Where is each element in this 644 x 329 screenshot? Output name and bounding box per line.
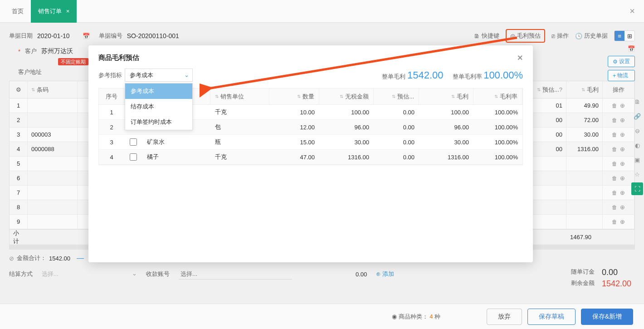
total-rate: 100.00% [483, 69, 523, 81]
mcol-unit[interactable]: 销售单位 [210, 88, 269, 104]
mcol-idx[interactable]: 序号 [99, 88, 124, 104]
mcol-est[interactable]: 预估... [374, 88, 419, 104]
profit-modal: 商品毛利预估 ✕ 参考指标 ⌃ 参考成本 结存成本 订单签约时成本 整单毛利 1… [88, 45, 533, 262]
modal-summary: 整单毛利 1542.00 整单毛利率 100.00% [382, 69, 523, 81]
row-checkbox[interactable] [130, 153, 137, 161]
mcol-rate[interactable]: 毛利率 [473, 88, 522, 104]
metric-option[interactable]: 参考成本 [125, 83, 192, 99]
mcol-profit[interactable]: 毛利 [419, 88, 473, 104]
metric-option[interactable]: 结存成本 [125, 99, 192, 114]
metric-dropdown: 参考成本 结存成本 订单签约时成本 [125, 83, 193, 130]
metric-label: 参考指标 [98, 71, 122, 79]
modal-title: 商品毛利预估 [98, 54, 139, 62]
chevron-up-icon: ⌃ [184, 71, 189, 78]
total-profit: 1542.00 [407, 69, 444, 81]
metric-select-input[interactable] [125, 69, 193, 82]
modal-close-icon[interactable]: ✕ [517, 54, 523, 62]
modal-row[interactable]: 3矿泉水瓶15.0030.000.0030.00100.00% [99, 135, 522, 150]
mcol-qty[interactable]: 数量 [269, 88, 319, 104]
row-checkbox[interactable] [130, 138, 137, 146]
metric-select[interactable]: ⌃ 参考成本 结存成本 订单签约时成本 [125, 69, 193, 82]
modal-row[interactable]: 4橘子千克47.001316.000.001316.00100.00% [99, 150, 522, 165]
metric-option[interactable]: 订单签约时成本 [125, 114, 192, 130]
mcol-notax[interactable]: 无税金额 [319, 88, 374, 104]
